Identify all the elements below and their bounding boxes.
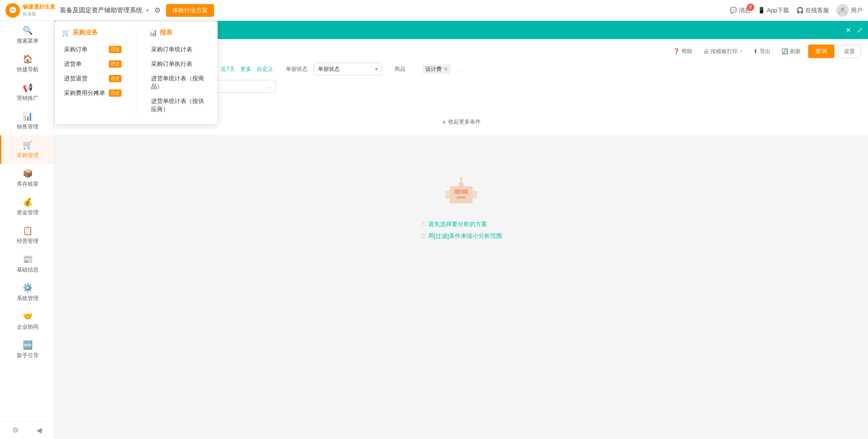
- sidebar-item-system-label: 系统管理: [17, 295, 39, 302]
- sidebar-item-system[interactable]: ⚙️ 系统管理: [0, 278, 54, 307]
- salesperson-arrow: …: [266, 83, 272, 89]
- dropdown-purchase-order-stat[interactable]: 采购订单统计表: [149, 42, 210, 57]
- online-service-btn[interactable]: 🎧 在线客服: [796, 6, 829, 15]
- preset-more[interactable]: 更多: [240, 65, 251, 73]
- refresh-label: 刷新: [790, 48, 801, 55]
- svg-rect-5: [454, 189, 461, 194]
- help-btn[interactable]: ❓ 帮助: [669, 46, 696, 57]
- sidebar-bottom: ⚙ ◀: [0, 421, 54, 439]
- tab-expand-btn[interactable]: ⤢: [855, 24, 864, 36]
- sidebar: 🔍 搜索菜单 🏠 快捷导航 📢 营销推广 📊 销售管理 🛒 采购管理 📦 库存核…: [0, 21, 54, 439]
- avatar: [836, 4, 849, 17]
- sidebar-item-sales-label: 销售管理: [17, 123, 39, 131]
- notifications-badge: 9: [747, 4, 754, 11]
- svg-rect-8: [459, 182, 463, 187]
- logo-area: 畅捷通好生意 标准版: [5, 3, 60, 18]
- sidebar-item-operation[interactable]: 📋 经营管理: [0, 221, 54, 250]
- print-icon: 🖨: [703, 48, 709, 54]
- collapse-up-icon: ∧: [442, 119, 446, 125]
- user-label: 用户: [851, 6, 863, 15]
- export-label: 导出: [760, 48, 770, 55]
- dropdown-purchase-order[interactable]: 采购订单 历史: [62, 42, 123, 57]
- tab-close-btn[interactable]: ✕: [844, 24, 853, 36]
- goods-tag-close[interactable]: ✕: [444, 66, 448, 72]
- message-icon: 💬: [730, 7, 737, 14]
- notifications-btn[interactable]: 💬 消息 9: [730, 6, 751, 15]
- tab-spacer: [132, 21, 840, 39]
- svg-point-2: [14, 9, 15, 10]
- history-badge-purchase-expense: 历史: [109, 89, 122, 97]
- sidebar-item-finance[interactable]: 💰 资金管理: [0, 192, 54, 221]
- empty-hint: ① 请先选择要分析的方案 ② 用[过滤]条件来缩小分析范围: [420, 218, 502, 242]
- sidebar-item-marketing-label: 营销推广: [17, 94, 39, 102]
- user-btn[interactable]: 用户: [836, 4, 863, 17]
- goods-label: 商品: [395, 65, 417, 73]
- salesperson-select[interactable]: …: [212, 80, 276, 93]
- dropdown-report-col: 📊 报表 采购订单统计表 采购订单执行表 进货单统计表（按商品） 进货单统计表（…: [149, 29, 210, 117]
- corp-icon: 🤝: [23, 311, 33, 321]
- sidebar-item-inventory[interactable]: 📦 库存核算: [0, 164, 54, 192]
- goods-more[interactable]: …: [456, 65, 463, 73]
- svg-rect-6: [462, 189, 468, 194]
- sidebar-item-purchase[interactable]: 🛒 采购管理: [0, 135, 54, 164]
- app-download-btn[interactable]: 📱 App下载: [758, 6, 789, 15]
- empty-hint-1: ① 请先选择要分析的方案: [420, 218, 502, 230]
- logo-icon: [5, 3, 20, 18]
- refresh-btn[interactable]: 🔄 刷新: [778, 46, 805, 57]
- sidebar-item-basic-info[interactable]: 📰 基础信息: [0, 250, 54, 278]
- preset-7days[interactable]: 近7天: [221, 65, 235, 73]
- dropdown-goods-stat-by-supplier[interactable]: 进货单统计表（按供应商）: [149, 94, 210, 117]
- sidebar-item-search[interactable]: 🔍 搜索菜单: [0, 21, 54, 49]
- sales-icon: 📊: [23, 111, 33, 121]
- svg-point-3: [841, 7, 844, 10]
- sidebar-item-sales[interactable]: 📊 销售管理: [0, 107, 54, 135]
- logo-badge: 标准版: [23, 11, 55, 17]
- svg-rect-9: [445, 191, 450, 199]
- sidebar-item-corp[interactable]: 🤝 企业协同: [0, 307, 54, 335]
- sidebar-item-finance-label: 资金管理: [17, 209, 39, 217]
- set-btn[interactable]: 设置: [838, 45, 861, 58]
- headset-icon: 🎧: [796, 7, 804, 14]
- svg-point-12: [460, 177, 463, 180]
- dropdown-goods-receipt[interactable]: 进货单 历史: [62, 57, 123, 71]
- app-download-label: App下载: [767, 6, 789, 15]
- home-icon: 🏠: [23, 54, 33, 64]
- doc-status-select[interactable]: 单据状态 ▾: [314, 63, 382, 75]
- settings-icon[interactable]: ⚙: [154, 6, 161, 15]
- sidebar-item-marketing[interactable]: 📢 营销推广: [0, 78, 54, 107]
- help-label: 帮助: [682, 48, 692, 55]
- doc-status-arrow: ▾: [375, 66, 378, 72]
- sidebar-item-purchase-label: 采购管理: [17, 152, 39, 159]
- dropdown-purchase-icon: 🛒: [62, 29, 70, 36]
- sidebar-settings-icon[interactable]: ⚙: [12, 426, 19, 434]
- dropdown-purchase-title: 🛒 采购业务: [62, 29, 123, 37]
- export-btn[interactable]: ⬆ 导出: [750, 46, 774, 57]
- dropdown-divider: [136, 29, 137, 117]
- sidebar-collapse-icon[interactable]: ◀: [36, 426, 42, 434]
- dropdown-goods-stat-by-goods[interactable]: 进货单统计表（按商品）: [149, 71, 210, 94]
- collapse-label: 收起更多条件: [448, 118, 481, 126]
- system-title-arrow[interactable]: ▾: [146, 7, 149, 14]
- industry-btn[interactable]: 体验行业方案: [166, 4, 214, 17]
- sidebar-item-quick-nav[interactable]: 🏠 快捷导航: [0, 49, 54, 78]
- dropdown-report-icon: 📊: [149, 29, 157, 36]
- svg-rect-4: [450, 186, 473, 203]
- operation-icon: 📋: [23, 226, 33, 236]
- logo-title: 畅捷通好生意: [23, 3, 55, 11]
- sidebar-item-guide[interactable]: 🆕 新手引导: [0, 335, 54, 364]
- refresh-icon: 🔄: [781, 48, 788, 54]
- goods-tag-value: 设计费: [425, 65, 442, 73]
- preset-custom[interactable]: 自定义: [257, 65, 273, 73]
- empty-hint-2: ② 用[过滤]条件来缩小分析范围: [420, 230, 502, 242]
- export-icon: ⬆: [753, 48, 758, 54]
- dropdown-purchase-expense[interactable]: 采购费用分摊单 历史: [62, 86, 123, 100]
- print-arrow: ▾: [740, 48, 742, 54]
- print-btn[interactable]: 🖨 按模板打印 ▾: [700, 46, 746, 57]
- svg-rect-7: [457, 197, 466, 198]
- dropdown-goods-return[interactable]: 进货退货 历史: [62, 71, 123, 86]
- sidebar-item-inventory-label: 库存核算: [17, 180, 39, 188]
- dropdown-purchase-order-exec[interactable]: 采购订单执行表: [149, 57, 210, 71]
- query-btn[interactable]: 查询: [808, 44, 834, 58]
- dropdown-purchase-col: 🛒 采购业务 采购订单 历史 进货单 历史 进货退货 历史 采购费用分摊单 历史: [62, 29, 123, 117]
- empty-state: ① 请先选择要分析的方案 ② 用[过滤]条件来缩小分析范围: [54, 138, 868, 278]
